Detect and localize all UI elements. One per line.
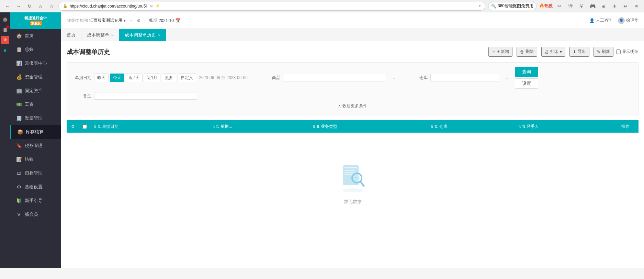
sidebar-item-7[interactable]: 📦 库存核算 xyxy=(10,125,61,139)
address-bar[interactable]: 🔒 https://cloud.chanjet.com/accounting/u… xyxy=(58,2,485,11)
sidebar-icon-4: 🏢 xyxy=(16,88,22,93)
sidebar-item-9[interactable]: 📝 结账 xyxy=(10,153,61,166)
period-display: 账期 2021-10 📅 xyxy=(149,18,180,23)
show-col-input[interactable] xyxy=(616,49,621,54)
collapse-btn[interactable]: ∧ 收起更多条件 xyxy=(338,103,367,109)
col-checkbox[interactable] xyxy=(79,120,90,133)
remark-filter-label: 备注 xyxy=(72,93,91,99)
grid-icon[interactable]: ⊞ xyxy=(599,2,608,10)
company-selector[interactable]: (勿删勿禁用) 江西服宝测试专用 ▾ xyxy=(67,18,126,23)
export-button[interactable]: ⬆ 导出 xyxy=(569,47,589,57)
sort-icon-biz: ⇅ xyxy=(316,124,321,129)
collapse-label: 收起更多条件 xyxy=(342,103,367,109)
sidebar-icon-11: ⚙ xyxy=(16,184,22,190)
refresh-icon: ↻ xyxy=(597,49,600,54)
sidebar-item-2[interactable]: 📊 云报表中心 xyxy=(10,56,61,70)
remark-filter-input[interactable] xyxy=(94,92,197,100)
product-dots[interactable]: ... xyxy=(392,75,395,80)
product-filter-input[interactable] xyxy=(283,74,386,81)
sidebar-item-1[interactable]: 📋 总账 xyxy=(10,43,61,56)
col-handler[interactable]: ⇅ 经手人 xyxy=(515,120,618,133)
user-profile[interactable]: 👤 徐译华 xyxy=(618,17,639,24)
period-label: 账期 xyxy=(149,18,157,23)
rail-home[interactable]: 🏠 xyxy=(1,15,9,23)
col-settings[interactable]: ⚙ xyxy=(67,120,79,133)
col-number[interactable]: ⇅ 单据... xyxy=(209,120,309,133)
month-btn[interactable]: 近1月 xyxy=(144,74,161,82)
sidebar-item-3[interactable]: 💰 资金管理 xyxy=(10,70,61,84)
app-tab-close-1[interactable]: × xyxy=(111,33,113,37)
new-button[interactable]: ＋ + 新增 xyxy=(488,47,512,57)
sidebar-label-4: 固定资产 xyxy=(25,88,43,94)
warehouse-dots[interactable]: ... xyxy=(505,75,508,80)
rail-active[interactable]: ■ xyxy=(1,46,9,54)
sidebar-item-0[interactable]: 🏠 首页 xyxy=(10,29,61,43)
user-name: 徐译华 xyxy=(626,18,639,23)
sidebar-item-13[interactable]: V 畅会员 xyxy=(10,208,61,221)
logo-text: 畅捷通好会计 xyxy=(24,15,47,20)
sidebar-item-10[interactable]: 🗂 归档管理 xyxy=(10,166,61,180)
service-btn[interactable]: 👤 人工咨询 xyxy=(589,18,612,23)
logo-badge: 旗舰版 xyxy=(30,21,42,25)
sidebar-label-1: 总账 xyxy=(25,46,34,53)
scissors-icon[interactable]: ✂ xyxy=(555,2,564,10)
delete-button[interactable]: 🗑 删除 xyxy=(517,47,537,57)
app-tab-0[interactable]: 首页 xyxy=(61,29,81,41)
home-button[interactable]: ⌂ xyxy=(36,2,45,10)
sidebar-label-12: 新手引导 xyxy=(25,198,43,204)
app-tab-2[interactable]: 成本调整单历史× xyxy=(119,29,166,41)
sun-icon[interactable]: ☀ xyxy=(610,2,619,10)
query-button[interactable]: 查询 xyxy=(515,67,538,77)
data-table: ⚙ ⇅ 单据日期 ⇅ 单据... xyxy=(67,120,639,133)
week-btn[interactable]: 近7天 xyxy=(126,74,143,82)
calendar-icon[interactable]: 📅 xyxy=(175,18,180,23)
yesterday-btn[interactable]: 昨天 xyxy=(94,74,109,82)
app-tabs: 首页成本调整单×成本调整单历史× xyxy=(61,29,644,41)
url-text: https://cloud.chanjet.com/accounting/uru… xyxy=(70,4,147,9)
sort-icon-number: ⇅ xyxy=(216,124,220,129)
col-warehouse[interactable]: ⇅ 仓库 xyxy=(427,120,515,133)
sidebar-item-5[interactable]: 💵 工资 xyxy=(10,98,61,111)
settings-icon-header[interactable]: ⚙ xyxy=(137,18,141,23)
company-name: 江西服宝测试专用 xyxy=(89,18,122,23)
reload-button[interactable]: ↻ xyxy=(25,2,34,10)
coin-icon[interactable]: ¥ xyxy=(577,2,586,10)
back-button[interactable]: ← xyxy=(3,2,12,10)
refresh-button[interactable]: ↻ 刷新 xyxy=(594,47,613,57)
sidebar-item-4[interactable]: 🏢 固定资产 xyxy=(10,84,61,98)
svg-point-0 xyxy=(342,188,363,192)
header-right: 👤 人工咨询 👤 徐译华 xyxy=(589,17,639,24)
sidebar-menu: 🏠 首页 📋 总账 📊 云报表中心 💰 资金管理 🏢 固定资产 💵 工资 🧾 发… xyxy=(10,29,61,268)
today-btn[interactable]: 今天 xyxy=(110,74,124,82)
undo-icon[interactable]: ↩ xyxy=(621,2,630,10)
sidebar-item-12[interactable]: 🔰 新手引导 xyxy=(10,194,61,208)
warehouse-filter-input[interactable] xyxy=(430,74,499,81)
app-header: (勿删勿禁用) 江西服宝测试专用 ▾ + ⚙ 账期 2021-10 📅 👤 人工… xyxy=(61,12,644,29)
select-all-checkbox[interactable] xyxy=(82,124,87,129)
col-date[interactable]: ⇅ 单据日期 xyxy=(90,120,209,133)
browser-search[interactable]: 🔍 360智能抠图免费用 xyxy=(488,2,536,10)
custom-btn[interactable]: 自定义 xyxy=(178,74,196,82)
app-tab-close-2[interactable]: × xyxy=(158,33,160,37)
rail-app[interactable]: 微 xyxy=(1,36,9,44)
sidebar-item-11[interactable]: ⚙ 基础设置 xyxy=(10,180,61,194)
svg-rect-5 xyxy=(344,174,353,175)
print-button[interactable]: 🖨 打印 ▾ xyxy=(541,47,565,57)
sidebar-label-8: 税务管理 xyxy=(25,143,43,149)
set-button[interactable]: 设置 xyxy=(515,78,538,89)
app-tab-1[interactable]: 成本调整单× xyxy=(81,29,119,41)
col-biz-type[interactable]: ⇅ 业务类型 xyxy=(309,120,428,133)
translate-icon[interactable]: 译 xyxy=(566,2,575,10)
sidebar-item-6[interactable]: 🧾 发票管理 xyxy=(10,111,61,125)
show-col-checkbox[interactable]: 显示明细 xyxy=(616,49,639,55)
more-btn[interactable]: 更多 xyxy=(162,74,176,82)
print-dropdown-icon: ▾ xyxy=(560,49,562,54)
menu-icon[interactable]: ≡ xyxy=(632,2,641,10)
export-icon: ⬆ xyxy=(573,49,576,54)
sidebar-item-8[interactable]: 🔖 税务管理 xyxy=(10,139,61,153)
bookmark-button[interactable]: ☆ xyxy=(47,2,56,10)
svg-rect-3 xyxy=(344,170,355,171)
rail-ledger[interactable]: 📋 xyxy=(1,25,9,34)
game-icon[interactable]: 🎮 xyxy=(588,2,597,10)
forward-button[interactable]: → xyxy=(14,2,23,10)
